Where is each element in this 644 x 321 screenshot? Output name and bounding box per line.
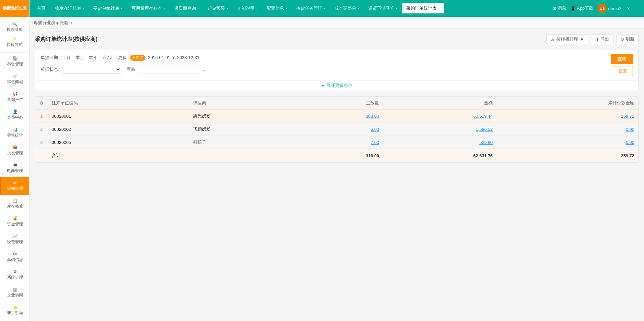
sidebar-enterprise-label: 企业协同 xyxy=(7,292,23,298)
filter-status-goods-row: 单据状态 商品 ... xyxy=(41,65,605,74)
row-code: 00020001 xyxy=(48,110,189,123)
purchase-icon: 🛍 xyxy=(13,180,17,185)
date-shortcut-thismonth[interactable]: 本月 xyxy=(74,54,86,61)
nav-tab-10[interactable]: 采购订单统计表 × xyxy=(402,3,444,13)
nav-tab-4[interactable]: 超储预警 × xyxy=(204,3,232,13)
nav-tab-5-close[interactable]: × xyxy=(256,7,258,10)
nav-tab-9-label: 邀请下游客户 xyxy=(368,5,394,11)
table-row[interactable]: 3 00020005 好孩子 7.00 525.80 0.00 xyxy=(35,136,638,149)
app-download-button[interactable]: 📱 App下载 xyxy=(570,5,593,11)
nav-tab-9[interactable]: 邀请下游客户 × xyxy=(364,3,402,13)
account-subheader: 母婴行业演示账套 ▼ xyxy=(30,17,644,29)
table-row[interactable]: 1 00020001 惠氏奶粉 303.00 60,519.44 259.72 xyxy=(35,110,638,123)
main-area: 首页 收发存汇总表 × 要货单统计表 × 可用量库存账本 × 保质期查询 × 超… xyxy=(30,0,644,321)
purchase-stats-table: ⚙ 往来单位编码 供应商 主数量 金额 累计付款金额 1 00020001 惠氏… xyxy=(35,97,638,162)
sidebar-item-retail[interactable]: 🏪 零售管理 xyxy=(0,53,29,70)
nav-tab-1[interactable]: 要货单统计表 × xyxy=(89,3,127,13)
sidebar-search-label: 搜索菜单 xyxy=(7,27,23,33)
nav-tab-6-close[interactable]: × xyxy=(285,7,287,10)
sidebar-item-enterprise[interactable]: 🏢 企业协同 xyxy=(0,284,29,302)
nav-tab-7[interactable]: 拣货任务管理 × xyxy=(292,3,330,13)
sidebar-retailstat-label: 零售统计 xyxy=(7,132,23,138)
date-shortcut-more[interactable]: 更多 xyxy=(117,54,128,61)
more-filter-button[interactable]: ... xyxy=(203,67,207,72)
sidebar-item-inventory[interactable]: 📋 库存核算 xyxy=(0,195,29,213)
sidebar-finance-label: 资金管理 xyxy=(7,221,23,227)
sidebar-item-marketing[interactable]: 📢 营销推广 xyxy=(0,88,29,106)
account-dropdown[interactable]: 母婴行业演示账套 ▼ xyxy=(34,20,73,26)
nav-tab-2[interactable]: 可用量库存账本 × xyxy=(127,3,169,13)
user-profile-button[interactable]: Ea demo2 xyxy=(597,4,622,13)
nav-tab-10-label: 采购订单统计表 xyxy=(406,5,437,11)
table-settings-icon[interactable]: ⚙ xyxy=(39,100,44,106)
status-select[interactable] xyxy=(61,65,121,74)
app-logo: 畅捷通好生意 xyxy=(0,0,29,17)
footer-paid: 259.72 xyxy=(497,149,638,162)
nav-tab-6[interactable]: 配置信息 × xyxy=(263,3,291,13)
col-settings-header: ⚙ xyxy=(35,97,48,110)
sidebar-item-system[interactable]: ⚙ 系统管理 xyxy=(0,266,29,284)
export-icon: ⬇ xyxy=(595,37,599,42)
nav-home-tab[interactable]: 首页 xyxy=(32,3,50,13)
nav-tab-0-close[interactable]: × xyxy=(83,7,85,10)
nav-tab-7-close[interactable]: × xyxy=(324,7,326,10)
sidebar-item-finance[interactable]: 💰 资金管理 xyxy=(0,213,29,230)
goods-input[interactable] xyxy=(138,65,200,73)
col-code-header: 往来单位编码 xyxy=(48,97,189,110)
sidebar-item-member[interactable]: 👤 会员中心 xyxy=(0,106,29,124)
sidebar-item-ecommerce[interactable]: 💻 电商管理 xyxy=(0,159,29,177)
nav-tab-5[interactable]: 功能说明 × xyxy=(233,3,262,13)
query-button[interactable]: 查询 xyxy=(611,54,633,64)
sidebar-item-quicknav[interactable]: ⚡ 快捷导航 xyxy=(2,35,27,50)
nav-tab-8[interactable]: 成本调整单 × xyxy=(330,3,364,13)
sidebar-item-search[interactable]: 🔍 搜索菜单 xyxy=(2,19,27,35)
nav-tab-4-close[interactable]: × xyxy=(226,7,228,10)
nav-tab-8-close[interactable]: × xyxy=(358,7,360,10)
print-button[interactable]: 🖨 按模板打印 ▼ xyxy=(546,34,588,44)
status-filter-label: 单据状态 xyxy=(41,66,58,72)
date-custom-badge[interactable]: 自定义 xyxy=(130,55,145,61)
row-paid: 0.00 xyxy=(497,136,638,149)
nav-tab-2-close[interactable]: × xyxy=(163,7,165,10)
date-shortcut-lastmonth[interactable]: 上月 xyxy=(61,54,72,61)
footer-qty: 316.00 xyxy=(294,149,383,162)
page-actions: 🖨 按模板打印 ▼ ⬇ 导出 ↺ 刷新 xyxy=(546,34,639,44)
sidebar-item-newuser[interactable]: 🌟 新手引导 xyxy=(0,302,29,319)
refresh-label: 刷新 xyxy=(626,36,634,42)
nav-tab-0[interactable]: 收发存汇总表 × xyxy=(51,3,89,13)
filter-settings-button[interactable]: 设置 xyxy=(613,66,633,76)
table-row[interactable]: 2 00020002 飞鹤奶粉 6.00 1,586.52 0.00 xyxy=(35,123,638,136)
date-shortcut-thisyear[interactable]: 本年 xyxy=(88,54,99,61)
date-shortcut-7days[interactable]: 近7天 xyxy=(101,54,115,61)
nav-tab-1-close[interactable]: × xyxy=(121,7,123,10)
export-button[interactable]: ⬇ 导出 xyxy=(591,34,613,44)
sidebar-member-label: 会员中心 xyxy=(7,115,23,120)
expand-more-button[interactable]: ▼ 展开更多条件 xyxy=(321,83,353,89)
row-supplier: 好孩子 xyxy=(189,136,294,149)
nav-tab-10-close[interactable]: × xyxy=(438,7,440,10)
print-dropdown-icon: ▼ xyxy=(580,37,584,42)
window-maximize-button[interactable]: □ xyxy=(635,5,641,11)
page-content-area: 采购订单统计表(按供应商) 🖨 按模板打印 ▼ ⬇ 导出 ↺ 刷新 xyxy=(30,29,644,321)
nav-tab-3[interactable]: 保质期查询 × xyxy=(170,3,203,13)
nav-tab-9-close[interactable]: × xyxy=(396,7,398,10)
nav-tab-8-label: 成本调整单 xyxy=(334,5,356,11)
sidebar-item-retail-mall[interactable]: 🛒 零售商城 xyxy=(0,70,29,88)
footer-empty-2 xyxy=(189,149,294,162)
message-button[interactable]: ✉ 消息 xyxy=(552,5,566,11)
window-close-button[interactable]: × xyxy=(626,5,631,11)
sidebar-item-wholesale[interactable]: 📦 批发管理 xyxy=(0,142,29,159)
refresh-button[interactable]: ↺ 刷新 xyxy=(616,34,639,44)
message-label: 消息 xyxy=(557,5,566,11)
sidebar-marketing-label: 营销推广 xyxy=(7,97,23,103)
date-filter-label: 单据日期 xyxy=(41,55,58,61)
nav-tab-3-label: 保质期查询 xyxy=(174,5,196,11)
sidebar-item-purchase[interactable]: 🛍 采购管理 xyxy=(0,177,29,195)
sidebar-item-basic[interactable]: 🗂 基础信息 xyxy=(0,248,29,266)
sidebar-item-retail-stat[interactable]: 📊 零售统计 xyxy=(0,124,29,142)
nav-tab-3-close[interactable]: × xyxy=(197,7,199,10)
sidebar-item-operation[interactable]: 📈 经营管理 xyxy=(0,230,29,248)
sidebar-item-appcenter[interactable]: 📱 应用中心 xyxy=(0,319,29,321)
row-number: 1 xyxy=(35,110,48,123)
filter-action-buttons: 查询 设置 xyxy=(611,54,633,76)
